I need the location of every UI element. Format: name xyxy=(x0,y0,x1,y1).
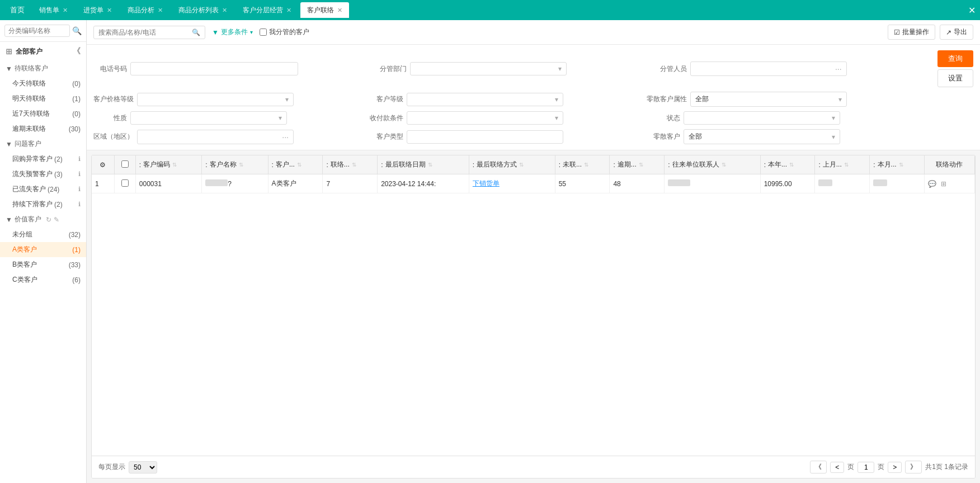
settings-col-header[interactable]: ⚙ xyxy=(92,155,114,174)
checkbox-col-header[interactable] xyxy=(114,155,135,174)
nature-select[interactable]: ▾ xyxy=(130,111,287,125)
this-month-col[interactable]: : 本月... ⇅ xyxy=(870,155,925,174)
customer-code-col[interactable]: : 客户编码 ⇅ xyxy=(135,155,201,174)
last-month-col[interactable]: : 上月... ⇅ xyxy=(815,155,870,174)
main-search-input[interactable] xyxy=(98,29,190,36)
tab-customer-layered[interactable]: 客户分层经营 ✕ xyxy=(236,2,298,18)
close-product-analysis-list-icon[interactable]: ✕ xyxy=(222,7,227,14)
customer-type-col[interactable]: : 客户... ⇅ xyxy=(268,155,323,174)
page-number-input[interactable] xyxy=(858,462,874,473)
sidebar-item-overdue[interactable]: 逾期未联络 (30) xyxy=(0,121,86,136)
last-month-cell xyxy=(815,174,870,193)
query-button[interactable]: 查询 xyxy=(937,50,973,67)
my-customers-check[interactable] xyxy=(260,29,267,36)
customer-code-cell: 000031 xyxy=(135,174,201,193)
settings-button[interactable]: 设置 xyxy=(937,69,973,87)
close-customer-layered-icon[interactable]: ✕ xyxy=(286,7,291,14)
sort-icon: ⇅ xyxy=(722,162,726,168)
masked-unit-contacts xyxy=(668,179,690,186)
export-button[interactable]: ↗ 导出 xyxy=(940,25,973,40)
select-all-checkbox[interactable] xyxy=(121,160,129,168)
filter-right-actions: ☑ 批量操作 ↗ 导出 xyxy=(888,25,973,40)
sidebar-group-problem[interactable]: ▼ 问题客户 xyxy=(0,136,86,151)
sidebar-item-7day-pending[interactable]: 近7天待联络 (0) xyxy=(0,106,86,121)
chevron-down-icon: ▾ xyxy=(832,133,835,141)
unit-contacts-col[interactable]: : 往来单位联系人 ⇅ xyxy=(665,155,760,174)
edit-icon[interactable]: ✎ xyxy=(54,216,59,224)
arrow-down-icon: ▼ xyxy=(6,65,12,73)
sidebar-item-churn-warning[interactable]: 流失预警客户 (3) ℹ xyxy=(0,167,86,182)
sidebar-item-b-class[interactable]: B类客户 (33) xyxy=(0,257,86,272)
tab-customer-contact[interactable]: 客户联络 ✕ xyxy=(300,2,349,18)
overdue-col[interactable]: : 逾期... ⇅ xyxy=(610,155,665,174)
sidebar-item-declining[interactable]: 持续下滑客户 (2) ℹ xyxy=(0,197,86,212)
phone-field: 电话号码 xyxy=(93,62,369,75)
retail-attr-select[interactable]: 全部 ▾ xyxy=(690,92,847,107)
search-icon[interactable]: 🔍 xyxy=(192,29,200,36)
price-grade-select[interactable]: ▾ xyxy=(137,93,294,106)
tab-sales-order[interactable]: 销售单 ✕ xyxy=(32,2,74,18)
tab-purchase-order[interactable]: 进货单 ✕ xyxy=(77,2,119,18)
refresh-icon[interactable]: ↻ xyxy=(46,216,51,224)
page-size-select[interactable]: 50 100 200 xyxy=(129,461,157,473)
sort-icon: ⇅ xyxy=(172,162,177,168)
contact-count-col[interactable]: : 联络... ⇅ xyxy=(323,155,378,174)
phone-input[interactable] xyxy=(130,62,298,75)
close-customer-contact-icon[interactable]: ✕ xyxy=(337,7,342,14)
sidebar-item-churned[interactable]: 已流失客户 (24) ℹ xyxy=(0,182,86,197)
home-tab[interactable]: 首页 xyxy=(4,5,30,15)
first-page-button[interactable]: 《 xyxy=(810,461,827,473)
payment-select[interactable]: ▾ xyxy=(407,111,563,125)
customer-name-cell: ? xyxy=(202,174,268,193)
region-select[interactable]: ··· xyxy=(137,130,294,144)
row-checkbox[interactable] xyxy=(121,179,129,187)
qr-icon[interactable]: ⊞ xyxy=(941,180,946,188)
checkbox-icon: ☑ xyxy=(894,29,900,36)
this-year-col[interactable]: : 本年... ⇅ xyxy=(760,155,815,174)
customer-type-input[interactable] xyxy=(407,130,563,144)
data-table-wrapper: ⚙ : 客户编码 ⇅ xyxy=(91,155,976,479)
content-area: 🔍 ▼ 更多条件 ▾ 我分管的客户 ☑ 批量操作 ↗ 导出 xyxy=(87,20,980,483)
tab-product-analysis[interactable]: 商品分析 ✕ xyxy=(121,2,169,18)
sidebar-collapse-icon[interactable]: 《 xyxy=(73,46,81,56)
status-select[interactable]: ▾ xyxy=(684,111,840,125)
item-label: 未分组 xyxy=(12,230,32,239)
sidebar-search-icon[interactable]: 🔍 xyxy=(72,26,82,35)
sidebar-item-repurchase-abnormal[interactable]: 回购异常客户 (2) ℹ xyxy=(0,151,86,167)
customer-grade-select[interactable]: ▾ xyxy=(407,93,563,106)
prev-page-button[interactable]: < xyxy=(830,462,844,473)
sidebar-search-input[interactable] xyxy=(4,25,70,37)
last-contact-date-col[interactable]: : 最后联络日期 ⇅ xyxy=(378,155,469,174)
retail-customer-select[interactable]: 全部 ▾ xyxy=(684,129,840,144)
last-page-button[interactable]: 》 xyxy=(905,461,922,473)
next-page-button[interactable]: > xyxy=(888,462,902,473)
sidebar-item-tomorrow-pending[interactable]: 明天待联络 (1) xyxy=(0,91,86,106)
last-contact-method-col[interactable]: : 最后联络方式 ⇅ xyxy=(469,155,555,174)
sort-icon: ⇅ xyxy=(297,162,301,168)
close-purchase-order-icon[interactable]: ✕ xyxy=(107,7,112,14)
actions-col: 联络动作 xyxy=(924,155,974,174)
close-sales-order-icon[interactable]: ✕ xyxy=(63,7,68,14)
table-scroll-area[interactable]: ⚙ : 客户编码 ⇅ xyxy=(92,155,975,456)
sidebar-item-today-pending[interactable]: 今天待联络 (0) xyxy=(0,76,86,91)
tab-product-analysis-list[interactable]: 商品分析列表 ✕ xyxy=(172,2,234,18)
window-close-icon[interactable]: ✕ xyxy=(968,5,976,16)
sort-icon: ⇅ xyxy=(239,162,243,168)
dept-select[interactable]: ▾ xyxy=(410,62,567,75)
sidebar-item-ungrouped[interactable]: 未分组 (32) xyxy=(0,227,86,242)
region-field: 区域（地区） ··· xyxy=(93,130,365,144)
not-contacted-col[interactable]: : 未联... ⇅ xyxy=(555,155,610,174)
contact-method-link[interactable]: 下销货单 xyxy=(473,179,500,187)
manager-select[interactable]: ··· xyxy=(690,61,847,76)
gear-icon[interactable]: ⚙ xyxy=(100,161,106,169)
customer-name-col[interactable]: : 客户名称 ⇅ xyxy=(202,155,268,174)
sidebar-group-pending[interactable]: ▼ 待联络客户 xyxy=(0,61,86,76)
sidebar-item-a-class[interactable]: A类客户 (1) xyxy=(0,242,86,257)
sidebar-item-c-class[interactable]: C类客户 (6) xyxy=(0,272,86,287)
more-filters-btn[interactable]: ▼ 更多条件 ▾ xyxy=(212,27,253,37)
sidebar-group-value[interactable]: ▼ 价值客户 ↻ ✎ xyxy=(0,212,86,227)
batch-ops-button[interactable]: ☑ 批量操作 xyxy=(888,25,935,40)
close-product-analysis-icon[interactable]: ✕ xyxy=(158,7,163,14)
my-customers-checkbox[interactable]: 我分管的客户 xyxy=(260,27,309,37)
message-icon[interactable]: 💬 xyxy=(928,180,936,188)
